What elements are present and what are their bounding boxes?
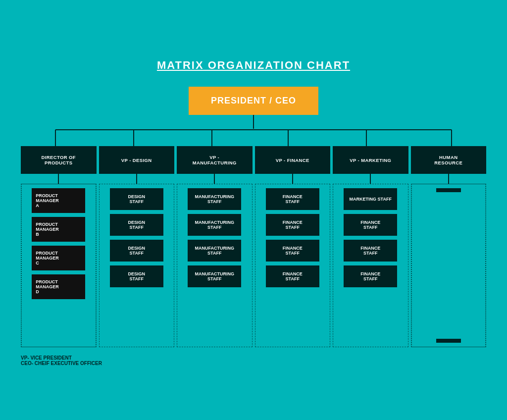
- chart-title: MATRIX ORGANIZATION CHART: [21, 59, 486, 72]
- pm-box-c: PRODUCTMANAGERC: [32, 246, 85, 270]
- vline-director: [58, 174, 59, 184]
- mfg-staff-3: MANUFACTURINGSTAFF: [188, 240, 241, 262]
- ceo-box: PRESIDENT / CEO: [189, 87, 318, 115]
- vp-header-marketing: VP - MARKETING: [333, 146, 408, 174]
- legend: VP- VICE PRESIDENT CEO- CHEIF EXECUTIVE …: [21, 355, 486, 366]
- vline-finance: [292, 174, 293, 184]
- vline-marketing: [370, 174, 371, 184]
- col-vp-marketing: VP - MARKETING MARKETING STAFF FINANCEST…: [333, 146, 408, 347]
- finance-staff-3: FINANCESTAFF: [266, 240, 319, 262]
- col-vp-manufacturing: VP -MANUFACTURING MANUFACTURINGSTAFF MAN…: [177, 146, 253, 347]
- vline-design: [136, 174, 137, 184]
- hr-bar-top: [436, 188, 461, 192]
- chart-body: PRESIDENT / CEO DIRECTOR OFPRODUCTS: [21, 87, 486, 366]
- ceo-vline: [253, 115, 254, 129]
- design-staff-2: DESIGNSTAFF: [110, 214, 163, 236]
- vp-header-hr: HUMANRESOURCE: [411, 146, 487, 174]
- marketing-staff-4: FINANCESTAFF: [344, 265, 397, 287]
- chart-container: MATRIX ORGANIZATION CHART PRESIDENT / CE…: [11, 44, 496, 376]
- col-human-resource: HUMANRESOURCE: [411, 146, 487, 347]
- finance-staff-1: FINANCESTAFF: [266, 188, 319, 210]
- vp-header-finance: VP - FINANCE: [255, 146, 331, 174]
- branch-svg: [21, 129, 486, 146]
- columns-grid: DIRECTOR OFPRODUCTS PRODUCTMANAGERA PROD…: [21, 146, 486, 347]
- design-staff-1: DESIGNSTAFF: [110, 188, 163, 210]
- pm-box-b: PRODUCTMANAGERB: [32, 217, 85, 242]
- legend-line1: VP- VICE PRESIDENT: [21, 355, 486, 361]
- col-vp-finance: VP - FINANCE FINANCESTAFF FINANCESTAFF F…: [255, 146, 331, 347]
- hr-bar-bottom: [436, 339, 461, 343]
- staff-area-design: DESIGNSTAFF DESIGNSTAFF DESIGNSTAFF DESI…: [99, 184, 175, 347]
- marketing-staff-2: FINANCESTAFF: [344, 214, 397, 236]
- design-staff-4: DESIGNSTAFF: [110, 265, 163, 287]
- legend-line2: CEO- CHEIF EXECUTIVE OFFICER: [21, 361, 486, 366]
- staff-area-finance: FINANCESTAFF FINANCESTAFF FINANCESTAFF F…: [255, 184, 331, 347]
- ceo-row: PRESIDENT / CEO: [189, 87, 318, 115]
- finance-staff-2: FINANCESTAFF: [266, 214, 319, 236]
- staff-area-marketing: MARKETING STAFF FINANCESTAFF FINANCESTAF…: [333, 184, 408, 347]
- finance-staff-4: FINANCESTAFF: [266, 265, 319, 287]
- design-staff-3: DESIGNSTAFF: [110, 240, 163, 262]
- mfg-staff-1: MANUFACTURINGSTAFF: [188, 188, 241, 210]
- mfg-staff-4: MANUFACTURINGSTAFF: [188, 265, 241, 287]
- col-vp-design: VP - DESIGN DESIGNSTAFF DESIGNSTAFF DESI…: [99, 146, 175, 347]
- vline-hr: [448, 174, 449, 184]
- pm-box-a: PRODUCTMANAGERA: [32, 188, 85, 213]
- vp-header-design: VP - DESIGN: [99, 146, 175, 174]
- marketing-staff-3: FINANCESTAFF: [344, 240, 397, 262]
- col-director-products: DIRECTOR OFPRODUCTS PRODUCTMANAGERA PROD…: [21, 146, 97, 347]
- vp-header-director: DIRECTOR OFPRODUCTS: [21, 146, 97, 174]
- pm-box-d: PRODUCTMANAGERD: [32, 274, 85, 299]
- staff-area-director: PRODUCTMANAGERA PRODUCTMANAGERB PRODUCTM…: [21, 184, 97, 347]
- staff-area-hr: [411, 184, 487, 347]
- mfg-staff-2: MANUFACTURINGSTAFF: [188, 214, 241, 236]
- marketing-staff-1: MARKETING STAFF: [344, 188, 397, 210]
- vline-mfg: [214, 174, 215, 184]
- vp-header-manufacturing: VP -MANUFACTURING: [177, 146, 253, 174]
- staff-area-mfg: MANUFACTURINGSTAFF MANUFACTURINGSTAFF MA…: [177, 184, 253, 347]
